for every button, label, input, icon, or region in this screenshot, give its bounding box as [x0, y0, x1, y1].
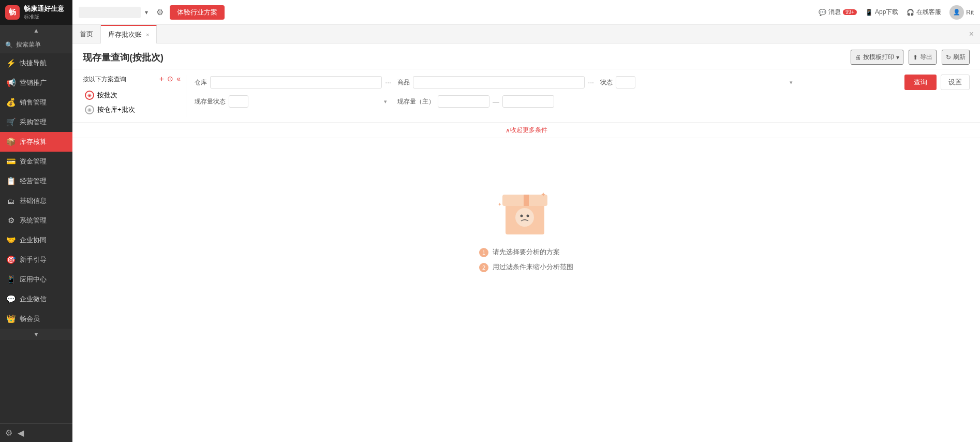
sidebar-item-basic-info[interactable]: 🗂基础信息: [0, 191, 72, 211]
sidebar-item-finance[interactable]: 💳资金管理: [0, 152, 72, 171]
sidebar-icon-purchase: 🛒: [6, 117, 16, 127]
empty-state: ✦ ✦ 1 请先选择要分析的方案 2 用过滤条件来缩小分析范围: [72, 138, 980, 319]
inventory-status-select[interactable]: [229, 95, 248, 108]
topbar-search-input[interactable]: [79, 7, 141, 18]
product-input[interactable]: [413, 76, 585, 89]
app-download-label: App下载: [875, 8, 898, 17]
warehouse-dots-icon[interactable]: ···: [385, 78, 391, 86]
sidebar-item-quick-nav[interactable]: ⚡快捷导航: [0, 53, 72, 73]
topbar-app-download[interactable]: 📱 App下载: [865, 8, 898, 17]
plan-item-plan2[interactable]: ◉按仓库+批次: [83, 102, 181, 117]
user-avatar: 👤: [949, 5, 964, 20]
topbar-gear-icon[interactable]: ⚙: [156, 7, 164, 17]
sidebar-label-purchase: 采购管理: [20, 117, 47, 127]
app-info: 畅康通好生意 标准版: [24, 5, 64, 20]
sidebar-header: 畅 畅康通好生意 标准版: [0, 0, 72, 25]
sidebar-icon-basic-info: 🗂: [6, 196, 16, 205]
sidebar-item-marketing[interactable]: 📢营销推广: [0, 73, 72, 93]
sidebar-item-collab[interactable]: 🤝企业协同: [0, 230, 72, 250]
refresh-btn[interactable]: ↻ 刷新: [942, 50, 970, 65]
sidebar-item-system[interactable]: ⚙系统管理: [0, 211, 72, 230]
page-title: 现存量查询(按批次): [83, 51, 164, 64]
print-dropdown-icon: ▾: [896, 54, 899, 61]
svg-point-4: [521, 215, 523, 217]
inventory-qty-dash: —: [493, 98, 499, 106]
tab-inventory-batch[interactable]: 库存批次账 ×: [101, 25, 157, 43]
step-1-label: 请先选择要分析的方案: [493, 247, 560, 257]
sidebar-label-basic-info: 基础信息: [20, 196, 47, 205]
empty-steps: 1 请先选择要分析的方案 2 用过滤条件来缩小分析范围: [479, 247, 573, 277]
plan-icon-plan1: ◉: [85, 91, 94, 100]
sidebar-item-wechat[interactable]: 💬企业微信: [0, 289, 72, 309]
filter-plans-title: 按以下方案查询: [83, 75, 126, 84]
tab-home-label: 首页: [80, 30, 93, 39]
sidebar-item-app-center[interactable]: 📱应用中心: [0, 270, 72, 289]
sidebar-label-guide: 新手引导: [20, 255, 47, 264]
filter-row-1: 仓库 ··· 商品 ··· 状态: [195, 75, 970, 90]
sidebar: 畅 畅康通好生意 标准版 ▲ 🔍 搜索菜单 ⚡快捷导航📢营销推广💰销售管理🛒采购…: [0, 0, 72, 442]
query-btn[interactable]: 查询: [904, 75, 937, 90]
topbar-dropdown-btn[interactable]: ▾: [143, 7, 150, 18]
sidebar-icon-guide: 🎯: [6, 255, 16, 264]
status-select-wrap: [616, 76, 797, 89]
export-btn[interactable]: ⬆ 导出: [909, 50, 937, 65]
empty-illustration: ✦ ✦: [495, 180, 557, 237]
topbar-user[interactable]: 👤 Rit: [949, 5, 974, 20]
product-dots-icon[interactable]: ···: [588, 78, 594, 86]
sidebar-label-inventory: 库存核算: [20, 137, 47, 146]
tab-close-icon[interactable]: ×: [146, 32, 149, 38]
filter-group-warehouse: 仓库 ···: [195, 76, 391, 89]
sidebar-item-members[interactable]: 👑畅会员: [0, 309, 72, 329]
settings-plan-icon[interactable]: ⊙: [167, 75, 173, 84]
sidebar-icon-operations: 📋: [6, 176, 16, 186]
topbar-message[interactable]: 💬 消息 99+: [819, 8, 857, 17]
sidebar-label-finance: 资金管理: [20, 157, 47, 166]
filter-area: 按以下方案查询 + ⊙ « ◉按批次◉按仓库+批次 仓库 ···: [72, 69, 980, 123]
inventory-status-select-wrap: [229, 95, 391, 108]
topbar-online-service[interactable]: 🎧 在线客服: [907, 8, 941, 17]
message-label: 消息: [828, 8, 841, 17]
sidebar-search-label: 搜索菜单: [16, 40, 41, 49]
sidebar-icon-system: ⚙: [6, 216, 16, 225]
topbar-search-area: ▾: [79, 7, 150, 18]
filter-settings-btn[interactable]: 设置: [941, 75, 970, 90]
inventory-qty-max[interactable]: [502, 95, 554, 108]
warehouse-label: 仓库: [195, 78, 207, 87]
svg-rect-2: [524, 195, 529, 206]
sidebar-collapse-icon[interactable]: ◀: [18, 428, 24, 438]
print-btn-label: 按模板打印: [863, 53, 894, 62]
sidebar-icon-wechat: 💬: [6, 294, 16, 304]
plan-item-plan1[interactable]: ◉按批次: [83, 88, 181, 102]
status-select[interactable]: [616, 76, 635, 89]
sidebar-item-inventory[interactable]: 📦库存核算: [0, 132, 72, 152]
filter-plans-header: 按以下方案查询 + ⊙ «: [83, 75, 181, 84]
sidebar-icon-finance: 💳: [6, 157, 16, 166]
collapse-more-row[interactable]: ∧ 收起更多条件: [72, 123, 980, 138]
sidebar-scroll-up[interactable]: ▲: [0, 25, 72, 36]
sidebar-item-guide[interactable]: 🎯新手引导: [0, 250, 72, 270]
message-badge: 99+: [843, 9, 857, 15]
phone-icon: 📱: [865, 9, 873, 16]
sidebar-icon-app-center: 📱: [6, 275, 16, 284]
warehouse-input[interactable]: [210, 76, 382, 89]
sidebar-item-sales[interactable]: 💰销售管理: [0, 93, 72, 112]
print-btn[interactable]: 🖨 按模板打印 ▾: [851, 50, 903, 65]
sidebar-item-purchase[interactable]: 🛒采购管理: [0, 112, 72, 132]
collapse-plan-icon[interactable]: «: [176, 75, 181, 84]
inventory-qty-min[interactable]: [438, 95, 489, 108]
sidebar-search[interactable]: 🔍 搜索菜单: [0, 36, 72, 53]
try-industry-btn[interactable]: 体验行业方案: [170, 5, 225, 20]
tab-home[interactable]: 首页: [72, 25, 101, 43]
filter-group-product: 商品 ···: [397, 76, 594, 89]
user-name: Rit: [966, 9, 974, 16]
sidebar-icon-members: 👑: [6, 314, 16, 323]
sidebar-scroll-down[interactable]: ▼: [0, 329, 72, 340]
refresh-btn-label: 刷新: [953, 53, 966, 62]
tab-panel-close-icon[interactable]: ×: [969, 30, 974, 39]
inventory-status-label: 现存量状态: [195, 97, 226, 106]
add-plan-icon[interactable]: +: [159, 75, 164, 84]
sidebar-label-quick-nav: 快捷导航: [20, 58, 47, 68]
headset-icon: 🎧: [907, 9, 914, 16]
sidebar-settings-icon[interactable]: ⚙: [5, 428, 12, 438]
sidebar-item-operations[interactable]: 📋经营管理: [0, 171, 72, 191]
